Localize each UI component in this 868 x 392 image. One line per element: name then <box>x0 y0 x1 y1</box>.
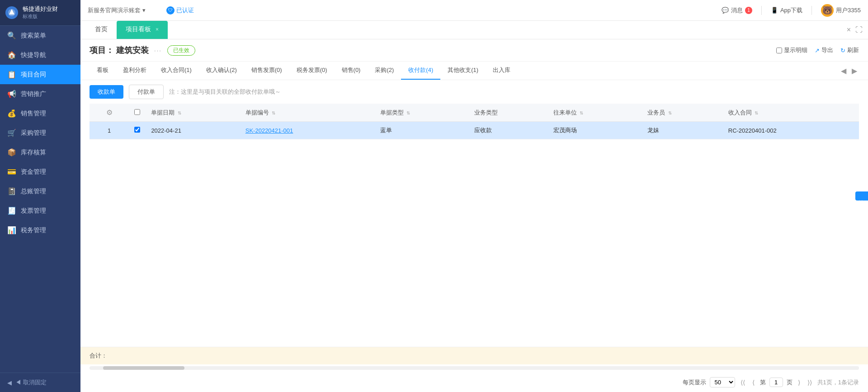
total-label: 合计： <box>90 352 107 360</box>
sidebar-item-label: 发票管理 <box>21 207 46 215</box>
user-name: 用户3355 <box>836 6 861 14</box>
sidebar-icon: 🛒 <box>7 129 16 137</box>
col-settings[interactable]: ⚙ <box>90 104 129 122</box>
app-name-block: 畅捷通好业财 标准版 <box>23 5 58 20</box>
current-page-input[interactable] <box>769 378 783 387</box>
show-detail-input[interactable] <box>776 48 782 53</box>
sidebar-item-label: 项目合同 <box>21 71 46 79</box>
page-first-btn[interactable]: ⟨⟨ <box>739 378 747 387</box>
subnav-item-税务发票(0)[interactable]: 税务发票(0) <box>289 62 335 80</box>
page-next-btn[interactable]: ⟩ <box>796 378 802 387</box>
row-checkbox[interactable] <box>134 127 140 133</box>
subnav-arrows: ◀ ▶ <box>839 65 859 77</box>
sidebar-item-资金管理[interactable]: 💳 资金管理 <box>0 162 80 182</box>
topbar-divider <box>761 6 762 15</box>
page-prev-btn[interactable]: ⟨ <box>750 378 756 387</box>
project-actions: 显示明细 ↗ 导出 ↻ 刷新 <box>776 46 859 54</box>
select-all-checkbox[interactable] <box>134 109 140 115</box>
toolbar: 收款单 付款单 注：这里是与项目关联的全部收付款单哦～ <box>80 80 868 104</box>
tab-home[interactable]: 首页 <box>86 21 117 39</box>
feedback-tab[interactable]: 反馈 <box>855 191 868 201</box>
sort-number-icon: ⇅ <box>272 110 275 115</box>
app-download-icon: 📱 <box>771 7 778 14</box>
sidebar-item-label: 采购管理 <box>21 129 46 137</box>
sidebar-item-label: 税务管理 <box>21 226 46 234</box>
col-counterpart[interactable]: 往来单位 ⇅ <box>548 104 642 122</box>
certified-badge: 🛡 已认证 <box>166 6 194 14</box>
sort-income-icon: ⇅ <box>755 110 758 115</box>
sidebar-icon: 📊 <box>7 226 16 234</box>
window-expand-button[interactable]: ⛶ <box>855 26 863 34</box>
unpin-icon: ◀ <box>7 379 12 386</box>
table-row[interactable]: 1 2022-04-21 SK-20220421-001 蓝单 应收款 宏茂商场… <box>90 122 859 139</box>
receipts-button[interactable]: 收款单 <box>90 85 123 99</box>
sidebar-item-发票管理[interactable]: 🧾 发票管理 <box>0 201 80 220</box>
sidebar-item-库存核算[interactable]: 📦 库存核算 <box>0 143 80 162</box>
sort-salesperson-icon: ⇅ <box>668 110 672 115</box>
main-content: 新服务官网演示账套 ▾ 🛡 已认证 💬 消息 1 📱 App下载 🐻 <box>80 0 868 392</box>
col-salesperson[interactable]: 业务员 ⇅ <box>642 104 723 122</box>
tab-project-board-close[interactable]: × <box>156 26 159 33</box>
sidebar-item-总账管理[interactable]: 📓 总账管理 <box>0 182 80 201</box>
table-body: 1 2022-04-21 SK-20220421-001 蓝单 应收款 宏茂商场… <box>90 122 859 139</box>
user-menu-button[interactable]: 🐻 用户3355 <box>821 4 861 17</box>
sidebar-item-快捷导航[interactable]: 🏠 快捷导航 <box>0 45 80 65</box>
col-number[interactable]: 单据编号 ⇅ <box>240 104 375 122</box>
row-date: 2022-04-21 <box>146 122 240 139</box>
subnav-item-其他收支(1)[interactable]: 其他收支(1) <box>440 62 486 80</box>
tabbar: 首页 项目看板 × × ⛶ <box>80 21 868 39</box>
payments-button[interactable]: 付款单 <box>129 85 164 99</box>
sidebar-unpin-button[interactable]: ◀ ◀ 取消固定 <box>0 373 80 392</box>
export-button[interactable]: ↗ 导出 <box>815 46 833 54</box>
subnav-item-销售(0)[interactable]: 销售(0) <box>335 62 368 80</box>
workspace-selector[interactable]: 新服务官网演示账套 ▾ <box>88 6 146 14</box>
sidebar-header: 畅捷通好业财 标准版 <box>0 0 80 26</box>
settings-icon[interactable]: ⚙ <box>106 109 113 116</box>
sidebar-item-采购管理[interactable]: 🛒 采购管理 <box>0 123 80 143</box>
subnav-item-采购(2)[interactable]: 采购(2) <box>368 62 401 80</box>
subnav-next-arrow[interactable]: ▶ <box>850 65 859 77</box>
page-last-btn[interactable]: ⟩⟩ <box>806 378 814 387</box>
show-detail-checkbox[interactable]: 显示明细 <box>776 46 807 54</box>
export-label: 导出 <box>821 46 833 54</box>
subnav-item-盈利分析[interactable]: 盈利分析 <box>116 62 154 80</box>
refresh-label: 刷新 <box>847 46 859 54</box>
project-more-button[interactable]: ··· <box>154 47 162 54</box>
table-footer: 合计： <box>80 347 868 364</box>
col-date[interactable]: 单据日期 ⇅ <box>146 104 240 122</box>
sidebar-icon: 📋 <box>7 70 16 79</box>
subnav-item-收付款(4)[interactable]: 收付款(4) <box>401 62 440 80</box>
scrollbar-thumb[interactable] <box>103 366 184 370</box>
sidebar-item-label: 资金管理 <box>21 168 46 176</box>
per-page-select[interactable]: 50 20 100 <box>710 377 735 387</box>
page: 项目： 建筑安装 ··· 已生效 显示明细 ↗ 导出 ↻ 刷新 <box>80 39 868 392</box>
messages-button[interactable]: 💬 消息 1 <box>722 6 752 14</box>
table-header: ⚙ 单据日期 ⇅ 单据编号 ⇅ 单据类型 ⇅ 业务类型 往来单位 ⇅ 业务员 ⇅… <box>90 104 859 122</box>
col-biz-type: 业务类型 <box>469 104 548 122</box>
sidebar-item-营销推广[interactable]: 📢 营销推广 <box>0 84 80 104</box>
window-close-button[interactable]: × <box>847 26 851 34</box>
sidebar-item-搜索菜单[interactable]: 🔍 搜索菜单 <box>0 26 80 45</box>
sidebar-item-label: 总账管理 <box>21 187 46 196</box>
sidebar-item-项目合同[interactable]: 📋 项目合同 <box>0 65 80 84</box>
sidebar-item-label: 搜索菜单 <box>21 32 46 40</box>
subnav-item-收入合同(1)[interactable]: 收入合同(1) <box>154 62 199 80</box>
subnav-prev-arrow[interactable]: ◀ <box>839 65 848 77</box>
app-logo-icon <box>5 5 19 20</box>
tab-project-board[interactable]: 项目看板 × <box>117 21 168 39</box>
subnav-item-销售发票(0)[interactable]: 销售发票(0) <box>244 62 289 80</box>
subnav-item-收入确认(2)[interactable]: 收入确认(2) <box>199 62 244 80</box>
subnav-item-出入库[interactable]: 出入库 <box>486 62 518 80</box>
sidebar-item-销售管理[interactable]: 💰 销售管理 <box>0 104 80 123</box>
app-download-button[interactable]: 📱 App下载 <box>771 6 802 14</box>
sidebar-item-税务管理[interactable]: 📊 税务管理 <box>0 220 80 240</box>
workspace-name: 新服务官网演示账套 <box>88 6 141 14</box>
sidebar-nav: 🔍 搜索菜单🏠 快捷导航📋 项目合同📢 营销推广💰 销售管理🛒 采购管理📦 库存… <box>0 26 80 373</box>
row-checkbox-cell[interactable] <box>129 122 146 139</box>
subnav-item-看板[interactable]: 看板 <box>90 62 116 80</box>
col-type[interactable]: 单据类型 ⇅ <box>375 104 469 122</box>
refresh-button[interactable]: ↻ 刷新 <box>840 46 859 54</box>
tab-home-label: 首页 <box>95 25 108 33</box>
col-income-contract[interactable]: 收入合同 ⇅ <box>723 104 859 122</box>
row-number[interactable]: SK-20220421-001 <box>240 122 375 139</box>
